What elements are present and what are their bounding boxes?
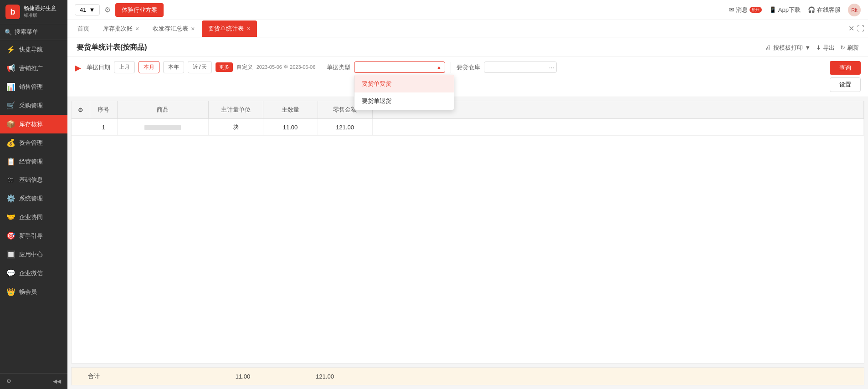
type-dropdown-input[interactable] bbox=[354, 61, 445, 73]
tab-inventory-batch-close[interactable]: × bbox=[135, 25, 139, 32]
sales-icon: 📊 bbox=[6, 82, 15, 91]
tab-order-stats[interactable]: 要货单统计表 × bbox=[202, 20, 257, 37]
basic-icon: 🗂 bbox=[6, 176, 15, 184]
sidebar-item-marketing[interactable]: 📢 营销推广 bbox=[0, 59, 67, 77]
total-amount: 121.00 bbox=[288, 373, 361, 380]
col-product: 商品 bbox=[117, 101, 208, 119]
type-option-tuihuo[interactable]: 要货单退货 bbox=[354, 92, 454, 110]
col-settings[interactable]: ⚙ bbox=[72, 101, 90, 119]
search-menu[interactable]: 🔍 搜索菜单 bbox=[0, 24, 67, 40]
sidebar-item-system[interactable]: ⚙️ 系统管理 bbox=[0, 189, 67, 208]
marketing-icon: 📢 bbox=[6, 64, 15, 72]
sidebar-item-enterprise[interactable]: 🤝 企业协同 bbox=[0, 208, 67, 226]
refresh-button[interactable]: ↻ 刷新 bbox=[840, 44, 859, 52]
logo-icon: b bbox=[5, 5, 20, 19]
sidebar-item-basic[interactable]: 🗂 基础信息 bbox=[0, 171, 67, 189]
sidebar: b 畅捷通好生意 标准版 🔍 搜索菜单 ⚡ 快捷导航 📢 营销推广 📊 销售管理… bbox=[0, 0, 67, 389]
filter-divider-2 bbox=[451, 62, 451, 73]
export-button[interactable]: ⬇ 导出 bbox=[816, 44, 835, 52]
top-header: 41 ▼ ⚙ 体验行业方案 ✉ 消息 99+ 📱 App下载 🎧 在线客服 Ri… bbox=[67, 0, 868, 20]
row-unit-cell: 块 bbox=[208, 119, 263, 136]
table-footer: 合计 11.00 121.00 bbox=[71, 367, 864, 385]
user-avatar[interactable]: Rit bbox=[848, 4, 861, 16]
app-name: 畅捷通好生意 bbox=[24, 5, 56, 12]
main-content: 41 ▼ ⚙ 体验行业方案 ✉ 消息 99+ 📱 App下载 🎧 在线客服 Ri… bbox=[67, 0, 868, 389]
date-prev-month[interactable]: 上月 bbox=[114, 61, 135, 73]
sidebar-item-label: 营销推广 bbox=[19, 64, 43, 72]
store-name: 41 bbox=[80, 6, 86, 13]
total-label: 合计 bbox=[79, 372, 197, 380]
sidebar-item-inventory[interactable]: 📦 库存核算 bbox=[0, 115, 67, 133]
print-label: 按模板打印 bbox=[773, 44, 803, 52]
message-label: 消息 bbox=[736, 6, 748, 14]
date-this-year[interactable]: 本年 bbox=[163, 61, 184, 73]
total-qty: 11.00 bbox=[197, 373, 288, 380]
date-range: 2023-05-06 至 2023-06-06 bbox=[257, 64, 316, 71]
type-dropdown-arrow[interactable]: ▲ bbox=[436, 64, 442, 71]
app-download[interactable]: 📱 App下载 bbox=[769, 6, 801, 14]
sidebar-item-vip[interactable]: 👑 畅会员 bbox=[0, 282, 67, 301]
sidebar-item-label: 新手引导 bbox=[19, 232, 43, 240]
warehouse-wrapper: ··· bbox=[484, 61, 557, 73]
row-extra-cell bbox=[372, 119, 864, 136]
table-body: 1 块 11.00 121.00 bbox=[72, 119, 864, 136]
set-button[interactable]: 设置 bbox=[830, 77, 861, 92]
row-product-cell bbox=[117, 119, 208, 136]
sidebar-item-label: 企业微信 bbox=[19, 269, 43, 277]
sidebar-item-quick-nav[interactable]: ⚡ 快捷导航 bbox=[0, 40, 67, 59]
enterprise-icon: 🤝 bbox=[6, 213, 15, 221]
print-icon: 🖨 bbox=[765, 44, 771, 51]
service-label: 在线客服 bbox=[817, 6, 841, 14]
sidebar-collapse-btn[interactable]: ◀◀ bbox=[53, 378, 61, 384]
tabs-bar: 首页 库存批次账 × 收发存汇总表 × 要货单统计表 × ✕ ⛶ bbox=[67, 20, 868, 37]
sidebar-item-wechat[interactable]: 💬 企业微信 bbox=[0, 264, 67, 282]
search-icon: 🔍 bbox=[5, 29, 12, 36]
message-badge[interactable]: ✉ 消息 99+ bbox=[729, 6, 762, 14]
sidebar-item-operation[interactable]: 📋 经营管理 bbox=[0, 152, 67, 171]
user-name: Rit bbox=[851, 7, 857, 13]
warehouse-more-icon[interactable]: ··· bbox=[549, 64, 555, 71]
type-option-yaohuo[interactable]: 要货单要货 bbox=[354, 75, 454, 92]
query-button[interactable]: 查询 bbox=[830, 61, 861, 75]
header-settings-icon[interactable]: ⚙ bbox=[104, 5, 111, 14]
refresh-label: 刷新 bbox=[847, 44, 859, 52]
tab-inventory-batch[interactable]: 库存批次账 × bbox=[97, 20, 145, 37]
filter-toggle-icon[interactable]: ▶ bbox=[75, 63, 81, 73]
sidebar-item-finance[interactable]: 💰 资金管理 bbox=[0, 133, 67, 152]
date-custom[interactable]: 自定义 bbox=[236, 63, 253, 71]
sidebar-item-label: 应用中心 bbox=[19, 251, 43, 259]
warehouse-input[interactable] bbox=[484, 61, 557, 73]
tab-home[interactable]: 首页 bbox=[71, 20, 96, 37]
sidebar-item-label: 经营管理 bbox=[19, 158, 43, 166]
trial-button[interactable]: 体验行业方案 bbox=[115, 3, 164, 17]
tab-fullscreen[interactable]: ⛶ bbox=[857, 25, 864, 33]
settings-footer-icon[interactable]: ⚙ bbox=[6, 378, 11, 384]
sidebar-item-label: 采购管理 bbox=[19, 102, 43, 110]
online-service[interactable]: 🎧 在线客服 bbox=[808, 6, 841, 14]
sidebar-item-label: 资金管理 bbox=[19, 139, 43, 147]
page-body: 要货单统计表(按商品) 🖨 按模板打印 ▼ ⬇ 导出 ↻ 刷新 ▶ bbox=[67, 37, 868, 389]
print-dropdown-icon: ▼ bbox=[805, 44, 811, 51]
type-dropdown-menu: 要货单要货 要货单退货 bbox=[354, 75, 454, 110]
date-last-7-days[interactable]: 近7天 bbox=[188, 61, 212, 73]
app-sub: 标准版 bbox=[24, 12, 56, 19]
app-center-icon: 🔲 bbox=[6, 250, 15, 259]
sidebar-item-purchase[interactable]: 🛒 采购管理 bbox=[0, 96, 67, 115]
tab-close-all[interactable]: ✕ bbox=[848, 24, 854, 33]
row-qty-cell: 11.00 bbox=[263, 119, 318, 136]
sidebar-item-guide[interactable]: 🎯 新手引导 bbox=[0, 226, 67, 245]
filter-row: 单据日期 上月 本月 本年 近7天 更多 自定义 2023-05-06 至 20… bbox=[87, 61, 824, 73]
sidebar-item-sales[interactable]: 📊 销售管理 bbox=[0, 77, 67, 96]
wechat-icon: 💬 bbox=[6, 269, 15, 277]
tab-receivable-summary[interactable]: 收发存汇总表 × bbox=[146, 20, 201, 37]
store-selector[interactable]: 41 ▼ bbox=[75, 4, 100, 15]
store-dropdown-arrow: ▼ bbox=[89, 6, 95, 13]
sidebar-item-app-center[interactable]: 🔲 应用中心 bbox=[0, 245, 67, 264]
filter-actions: 查询 设置 bbox=[830, 61, 861, 92]
date-this-month[interactable]: 本月 bbox=[139, 61, 159, 73]
date-more-btn[interactable]: 更多 bbox=[216, 62, 233, 72]
tab-receivable-summary-close[interactable]: × bbox=[191, 25, 195, 32]
tab-order-stats-close[interactable]: × bbox=[247, 25, 250, 32]
print-button[interactable]: 🖨 按模板打印 ▼ bbox=[765, 44, 811, 52]
finance-icon: 💰 bbox=[6, 138, 15, 147]
